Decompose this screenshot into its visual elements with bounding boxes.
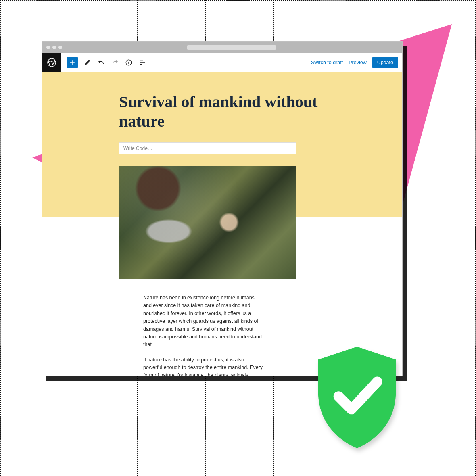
window-control-dot (58, 46, 62, 49)
editor-canvas: Survival of mankind without nature Write… (42, 72, 402, 376)
info-icon[interactable] (125, 58, 133, 67)
update-button[interactable]: Update (372, 57, 398, 68)
grid-line (0, 0, 1, 476)
redo-icon[interactable] (111, 58, 119, 67)
post-body[interactable]: Nature has been in existence long before… (119, 294, 264, 376)
preview-link[interactable]: Preview (349, 60, 366, 65)
browser-address-placeholder (187, 45, 276, 50)
featured-image[interactable] (119, 166, 296, 279)
paragraph[interactable]: Nature has been in existence long before… (143, 294, 264, 349)
wordpress-logo[interactable] (42, 53, 61, 72)
add-block-button[interactable] (67, 57, 78, 68)
browser-titlebar (42, 42, 402, 53)
grid-line (0, 0, 476, 1)
outline-icon[interactable] (138, 58, 146, 67)
window-control-dot (46, 46, 50, 49)
edit-icon[interactable] (84, 58, 92, 67)
paragraph[interactable]: If nature has the ability to protect us,… (143, 356, 264, 376)
window-control-dot (52, 46, 56, 49)
undo-icon[interactable] (97, 58, 105, 67)
editor-toolbar: Switch to draft Preview Update (42, 53, 402, 72)
code-block-input[interactable]: Write Code… (119, 142, 296, 154)
switch-to-draft-link[interactable]: Switch to draft (311, 60, 343, 65)
post-title[interactable]: Survival of mankind without nature (119, 92, 326, 131)
grid-line (475, 0, 476, 476)
security-shield-badge (311, 343, 403, 452)
browser-window: Switch to draft Preview Update Survival … (42, 41, 403, 376)
